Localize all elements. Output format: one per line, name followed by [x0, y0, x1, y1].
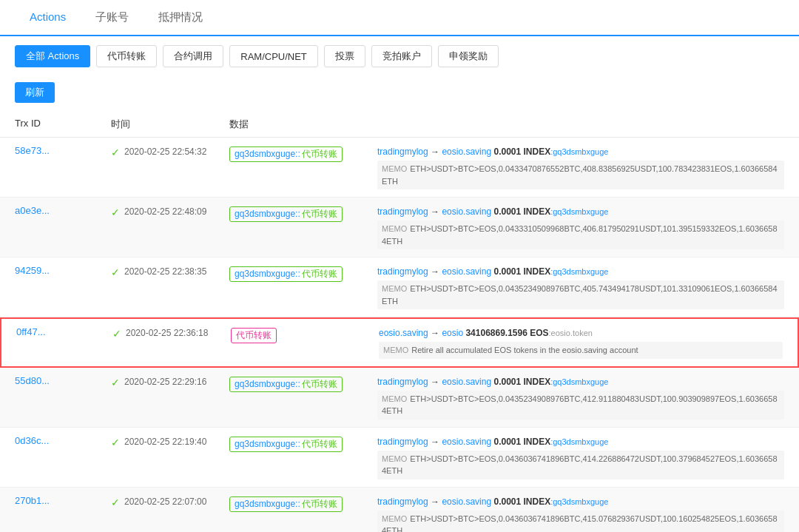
- table-row: 270b1...✓2020-02-25 22:07:00gq3dsmbxguge…: [0, 488, 799, 533]
- tag: gq3dsmbxguge::代币转账: [229, 496, 343, 512]
- trx-id[interactable]: a0e3e...: [15, 205, 111, 216]
- tag: gq3dsmbxguge::代币转账: [229, 377, 343, 392]
- data-main: tradingmylog → eosio.saving 0.0001 INDEX…: [377, 265, 784, 278]
- tag: gq3dsmbxguge::代币转账: [229, 206, 343, 222]
- table-row: 58e73...✓2020-02-25 22:54:32gq3dsmbxguge…: [0, 138, 799, 198]
- data-cell: eosio.saving → eosio 34106869.1596 EOS:e…: [379, 326, 783, 359]
- filter-contract[interactable]: 合约调用: [163, 45, 223, 67]
- time-cell: ✓2020-02-25 22:19:40: [111, 435, 229, 448]
- memo: MEMOETH>USDT>BTC>EOS,0.0435234908976BTC,…: [377, 391, 784, 420]
- data-main: tradingmylog → eosio.saving 0.0001 INDEX…: [377, 495, 784, 508]
- filter-vote[interactable]: 投票: [324, 45, 365, 67]
- time-cell: ✓2020-02-25 22:29:16: [111, 375, 229, 388]
- table-row: a0e3e...✓2020-02-25 22:48:09gq3dsmbxguge…: [0, 198, 799, 257]
- tag-cell: 代币转账: [231, 326, 379, 343]
- table-row: 94259...✓2020-02-25 22:38:35gq3dsmbxguge…: [0, 257, 799, 317]
- data-cell: tradingmylog → eosio.saving 0.0001 INDEX…: [377, 435, 784, 479]
- memo: MEMOETH>USDT>BTC>EOS,0.0433470876552BTC,…: [377, 161, 784, 189]
- tab-mortgage[interactable]: 抵押情况: [144, 0, 218, 35]
- main-container: Actions 子账号 抵押情况 全部 Actions 代币转账 合约调用 RA…: [0, 0, 799, 532]
- memo: MEMOETH>USDT>BTC>EOS,0.0435234908976BTC,…: [377, 280, 784, 309]
- tag: gq3dsmbxguge::代币转账: [229, 437, 343, 452]
- data-main: tradingmylog → eosio.saving 0.0001 INDEX…: [377, 145, 784, 158]
- filter-bar: 全部 Actions 代币转账 合约调用 RAM/CPU/NET 投票 竞拍账户…: [0, 36, 799, 76]
- data-cell: tradingmylog → eosio.saving 0.0001 INDEX…: [377, 145, 784, 189]
- top-tabs: Actions 子账号 抵押情况: [0, 0, 799, 36]
- check-icon: ✓: [111, 266, 120, 278]
- tag-cell: gq3dsmbxguge::代币转账: [229, 495, 377, 512]
- time-cell: ✓2020-02-25 22:36:18: [112, 326, 231, 340]
- filter-claim[interactable]: 申领奖励: [438, 45, 499, 67]
- tab-subaccount[interactable]: 子账号: [81, 0, 144, 35]
- table-header: Trx ID 时间 数据: [0, 112, 799, 138]
- tag: gq3dsmbxguge::代币转账: [229, 266, 343, 282]
- filter-ram[interactable]: RAM/CPU/NET: [229, 45, 318, 67]
- memo: MEMORetire all accumulated EOS tokens in…: [379, 342, 783, 359]
- trx-id[interactable]: 0d36c...: [15, 435, 111, 446]
- data-cell: tradingmylog → eosio.saving 0.0001 INDEX…: [377, 205, 784, 249]
- data-cell: tradingmylog → eosio.saving 0.0001 INDEX…: [377, 495, 784, 533]
- check-icon: ✓: [111, 147, 120, 158]
- tag-cell: gq3dsmbxguge::代币转账: [229, 375, 377, 392]
- time-cell: ✓2020-02-25 22:38:35: [111, 265, 229, 278]
- data-main: tradingmylog → eosio.saving 0.0001 INDEX…: [377, 205, 784, 218]
- check-icon: ✓: [111, 377, 120, 388]
- tag-cell: gq3dsmbxguge::代币转账: [229, 205, 377, 222]
- data-main: eosio.saving → eosio 34106869.1596 EOS:e…: [379, 326, 783, 340]
- trx-id[interactable]: 270b1...: [15, 495, 111, 506]
- tab-actions[interactable]: Actions: [15, 0, 81, 35]
- timestamp: 2020-02-25 22:29:16: [124, 377, 206, 387]
- trx-id[interactable]: 55d80...: [15, 375, 111, 386]
- time-cell: ✓2020-02-25 22:48:09: [111, 205, 229, 218]
- action-bar: 刷新: [0, 76, 799, 112]
- table-row: 0d36c...✓2020-02-25 22:19:40gq3dsmbxguge…: [0, 428, 799, 488]
- tag: 代币转账: [231, 328, 277, 343]
- data-main: tradingmylog → eosio.saving 0.0001 INDEX…: [377, 435, 784, 448]
- col-time: 时间: [111, 118, 229, 131]
- timestamp: 2020-02-25 22:19:40: [124, 437, 206, 447]
- tag-cell: gq3dsmbxguge::代币转账: [229, 435, 377, 452]
- data-main: tradingmylog → eosio.saving 0.0001 INDEX…: [377, 375, 784, 388]
- table-row: 55d80...✓2020-02-25 22:29:16gq3dsmbxguge…: [0, 368, 799, 428]
- memo: MEMOETH>USDT>BTC>EOS,0.0436036741896BTC,…: [377, 451, 784, 479]
- timestamp: 2020-02-25 22:54:32: [124, 147, 206, 157]
- time-cell: ✓2020-02-25 22:54:32: [111, 145, 229, 158]
- time-cell: ✓2020-02-25 22:07:00: [111, 495, 229, 508]
- check-icon: ✓: [111, 437, 120, 448]
- table-row: 0ff47...✓2020-02-25 22:36:18代币转账 eosio.s…: [0, 317, 799, 368]
- memo: MEMOETH>USDT>BTC>EOS,0.0433310509968BTC,…: [377, 220, 784, 249]
- col-extra: [377, 118, 784, 131]
- tag: gq3dsmbxguge::代币转账: [229, 147, 343, 162]
- filter-all[interactable]: 全部 Actions: [15, 45, 90, 67]
- tag-cell: gq3dsmbxguge::代币转账: [229, 145, 377, 162]
- check-icon: ✓: [112, 328, 121, 340]
- data-cell: tradingmylog → eosio.saving 0.0001 INDEX…: [377, 375, 784, 420]
- timestamp: 2020-02-25 22:48:09: [124, 206, 206, 217]
- refresh-button[interactable]: 刷新: [15, 82, 55, 103]
- tag-cell: gq3dsmbxguge::代币转账: [229, 265, 377, 282]
- col-trxid: Trx ID: [15, 118, 111, 131]
- trx-id[interactable]: 94259...: [15, 265, 111, 276]
- memo: MEMOETH>USDT>BTC>EOS,0.0436036741896BTC,…: [377, 511, 784, 533]
- filter-transfer[interactable]: 代币转账: [96, 45, 157, 67]
- timestamp: 2020-02-25 22:36:18: [126, 328, 208, 338]
- data-cell: tradingmylog → eosio.saving 0.0001 INDEX…: [377, 265, 784, 309]
- timestamp: 2020-02-25 22:38:35: [124, 266, 206, 277]
- filter-auction[interactable]: 竞拍账户: [371, 45, 432, 67]
- col-data: 数据: [229, 118, 377, 131]
- trx-id[interactable]: 58e73...: [15, 145, 111, 156]
- trx-id[interactable]: 0ff47...: [16, 326, 112, 337]
- check-icon: ✓: [111, 206, 120, 218]
- table-body: 58e73...✓2020-02-25 22:54:32gq3dsmbxguge…: [0, 138, 799, 532]
- timestamp: 2020-02-25 22:07:00: [124, 496, 206, 507]
- check-icon: ✓: [111, 496, 120, 508]
